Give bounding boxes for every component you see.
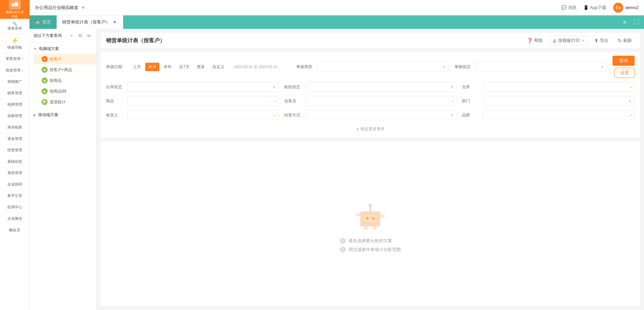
collapse-panel-btn[interactable]: ≪: [86, 32, 92, 39]
filter-row-date: 单据日期 上月 本月 本年 近7天 更多 自定义 2023-03-01 至 20…: [106, 56, 635, 78]
recipient-label: 收货人: [106, 112, 124, 118]
svg-rect-10: [380, 214, 385, 218]
search-btn[interactable]: 查询: [612, 56, 635, 66]
page-content: 按以下方案查询 ＋ ⚙ ≪ ▼ 电脑端方案 ● 按客户: [30, 29, 644, 310]
tree-item-by-customer[interactable]: ● 按客户: [34, 54, 96, 64]
sidebar-item-retail[interactable]: 零售管理 ▼: [0, 53, 29, 65]
empty-state: 1 请先选择要分析的方案 2 用过滤条件来缩小分析范围: [101, 141, 640, 306]
by-product-99-label: 按商品99: [50, 89, 66, 94]
collapse-btn[interactable]: ∧ 收起更多条件: [354, 124, 387, 134]
date-btn-this-month[interactable]: 本月: [145, 63, 159, 71]
settings-scheme-btn[interactable]: ⚙: [77, 32, 84, 39]
add-scheme-btn[interactable]: ＋: [68, 32, 75, 39]
sidebar-item-newbie[interactable]: 新手引导: [0, 190, 29, 202]
sidebar-item-marketing[interactable]: 营销推广: [0, 76, 29, 88]
app-download-label: App下载: [590, 5, 606, 11]
date-range-text: 2023-03-01 至 2023-03-31: [234, 64, 278, 69]
salesperson-item: 业务员 ···: [284, 96, 457, 106]
sidebar-item-ecommerce[interactable]: 电商管理: [0, 99, 29, 110]
user-name: demo2: [625, 5, 639, 10]
settlement-select[interactable]: ▼: [305, 110, 457, 120]
filter-row-4: 收货人 ··· 结算方式 ▼ 品牌: [106, 110, 635, 120]
sidebar: 畅捷信好生意 标账 🔍 搜索菜单 ⚡ 快捷导航 零售管理 ▼ 批发管理 ▲ 营销…: [0, 0, 30, 310]
refresh-icon: ↻: [618, 38, 622, 43]
tree-item-by-product-99[interactable]: ▦ 按商品99: [34, 86, 96, 97]
date-btn-more[interactable]: 更多: [194, 63, 208, 71]
left-panel: 按以下方案查询 ＋ ⚙ ≪ ▼ 电脑端方案 ● 按客户: [30, 29, 97, 310]
template-print-btn[interactable]: 🖨 按模板打印 ▼: [549, 36, 588, 45]
sidebar-item-enterprise[interactable]: 企业协同: [0, 179, 29, 190]
tab-close-all-btn[interactable]: ✕: [620, 17, 629, 27]
tree-item-by-product[interactable]: ▦ 按商品: [34, 75, 96, 86]
tab-home[interactable]: 🏠 首页: [30, 15, 57, 29]
svg-point-8: [369, 204, 372, 207]
tab-expand-btn[interactable]: ⛶: [632, 17, 641, 27]
sidebar-item-wechat[interactable]: 企业微信: [0, 213, 29, 224]
doc-status-select[interactable]: ▼: [476, 62, 607, 72]
brand-select[interactable]: ···: [483, 110, 635, 120]
product-select[interactable]: ···: [127, 96, 279, 106]
settings-btn[interactable]: 设置: [614, 68, 635, 78]
tab-close-btn[interactable]: ✕: [112, 19, 117, 25]
wholesale-label: 批发管理: [6, 68, 20, 73]
quick-nav-label: 快捷导航: [7, 45, 22, 50]
help-btn[interactable]: ❓ 帮助: [524, 36, 545, 45]
tree-item-return-stat[interactable]: 📊 退货统计: [34, 97, 96, 107]
tree-group-mobile: ▶ 移动端方案: [30, 109, 96, 121]
sidebar-item-inventory[interactable]: 库存核算: [0, 122, 29, 133]
tab-sales-stat[interactable]: 销货单统计表（按客户） ✕: [57, 15, 123, 29]
desktop-arrow: ▼: [34, 47, 37, 51]
date-btn-last-month[interactable]: 上月: [130, 63, 144, 71]
left-panel-header: 按以下方案查询 ＋ ⚙ ≪: [30, 29, 96, 43]
user-avatar[interactable]: Ea: [613, 3, 623, 13]
out-status-select[interactable]: ▼: [127, 82, 279, 92]
sidebar-item-member[interactable]: 畅会员: [0, 224, 29, 236]
sidebar-item-operations[interactable]: 经营管理: [0, 145, 29, 156]
tree-group-mobile-title[interactable]: ▶ 移动端方案: [30, 110, 96, 120]
collect-status-select[interactable]: ▼: [305, 82, 457, 92]
app-download-btn[interactable]: 📱 App下载: [583, 5, 606, 11]
date-btn-this-year[interactable]: 本年: [161, 63, 175, 71]
desktop-group-label: 电脑端方案: [39, 46, 59, 52]
message-btn[interactable]: 💬 消息: [561, 5, 577, 11]
app-logo[interactable]: 畅捷信好生意 标账: [0, 0, 30, 19]
hint-2-text: 用过滤条件来缩小分析范围: [348, 247, 401, 253]
refresh-label: 刷新: [623, 38, 632, 44]
salesperson-label: 业务员: [284, 98, 303, 104]
sidebar-item-quick-nav[interactable]: ⚡ 快捷导航: [0, 34, 29, 53]
warehouse-select[interactable]: ···: [483, 82, 635, 92]
header-right: 💬 消息 📱 App下载 Ea demo2: [561, 3, 639, 13]
message-icon: 💬: [561, 5, 567, 10]
sidebar-search[interactable]: 🔍 搜索菜单: [0, 19, 29, 34]
recipient-select[interactable]: ···: [127, 110, 279, 120]
user-area[interactable]: Ea demo2: [613, 3, 639, 13]
sidebar-item-basic[interactable]: 基础信息: [0, 156, 29, 167]
department-label: 部门: [462, 98, 480, 104]
department-select[interactable]: ▼: [483, 96, 635, 106]
tree-group-desktop-title[interactable]: ▼ 电脑端方案: [30, 44, 96, 54]
sidebar-item-app-center[interactable]: 应用中心: [0, 202, 29, 213]
tree-item-by-customer-product[interactable]: ▦ 按客户+商品: [34, 64, 96, 75]
salesperson-select[interactable]: ···: [305, 96, 457, 106]
sidebar-item-wholesale[interactable]: 批发管理 ▲: [0, 65, 29, 76]
sidebar-item-finance[interactable]: 资金管理: [0, 133, 29, 145]
doc-type-select[interactable]: ▼: [317, 62, 449, 72]
date-btn-custom[interactable]: 自定义: [209, 63, 227, 71]
by-customer-product-label: 按客户+商品: [50, 67, 72, 73]
marketing-label: 营销推广: [7, 79, 22, 84]
svg-rect-11: [364, 226, 368, 230]
collapse-icon: ∧: [356, 127, 359, 132]
recipient-more-icon: ···: [274, 112, 276, 118]
refresh-btn[interactable]: ↻ 刷新: [615, 36, 635, 45]
header-dropdown-icon[interactable]: ▼: [81, 5, 85, 10]
export-btn[interactable]: ⬆ 导出: [592, 36, 611, 45]
sidebar-item-purchase[interactable]: 采购管理: [0, 110, 29, 122]
tab-bar-actions: ✕ ⛶: [620, 17, 644, 27]
tree-group-desktop: ▼ 电脑端方案 ● 按客户 ▦ 按客户+商品 ▦ 按商品: [30, 43, 96, 109]
app-download-icon: 📱: [583, 5, 589, 10]
date-btn-last-7-days[interactable]: 近7天: [176, 63, 193, 71]
return-stat-label: 退货统计: [50, 99, 66, 105]
sidebar-item-system[interactable]: 系统管理: [0, 167, 29, 179]
sidebar-item-sales[interactable]: 销售管理: [0, 88, 29, 99]
svg-rect-0: [11, 3, 15, 6]
